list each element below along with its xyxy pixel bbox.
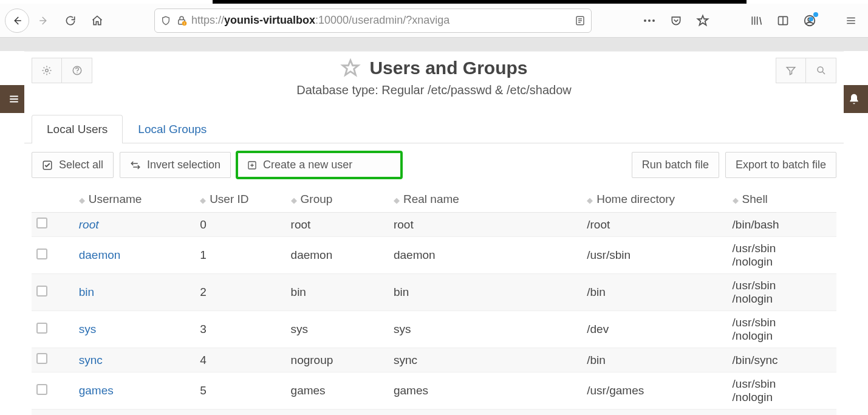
arrow-left-icon xyxy=(12,15,22,26)
col-uid[interactable]: ◆User ID xyxy=(195,187,285,213)
cell-group: daemon xyxy=(286,237,389,274)
cell-home: /var/cache/man xyxy=(582,410,727,416)
question-icon xyxy=(72,65,83,76)
table-row: bin2binbin/bin/usr/sbin/nologin xyxy=(32,274,836,311)
url-text: https://younis-virtualbox:10000/useradmi… xyxy=(191,14,570,27)
cell-home: /usr/games xyxy=(582,372,727,410)
cell-shell: /usr/sbin/nologin xyxy=(728,274,836,311)
export-batch-label: Export to batch file xyxy=(736,159,826,171)
cell-uid: 1 xyxy=(195,237,285,274)
row-checkbox[interactable] xyxy=(36,384,47,395)
row-checkbox[interactable] xyxy=(36,249,47,259)
page-title: Users and Groups xyxy=(369,58,527,78)
address-bar[interactable]: ! https://younis-virtualbox:10000/userad… xyxy=(154,9,592,33)
row-checkbox[interactable] xyxy=(36,323,47,334)
swap-icon xyxy=(130,160,141,171)
cell-realname: games xyxy=(389,372,582,410)
page-actions-button[interactable] xyxy=(637,9,661,33)
col-group[interactable]: ◆Group xyxy=(286,187,389,213)
table-row: sys3syssys/dev/usr/sbin/nologin xyxy=(32,311,836,348)
username-link[interactable]: root xyxy=(79,218,99,231)
username-link[interactable]: sys xyxy=(79,323,97,335)
cell-uid: 2 xyxy=(195,274,285,311)
table-row: games5gamesgames/usr/games/usr/sbin/nolo… xyxy=(32,372,836,410)
invert-selection-button[interactable]: Invert selection xyxy=(120,152,231,178)
cell-group: root xyxy=(286,213,389,237)
row-checkbox[interactable] xyxy=(36,353,47,364)
cell-group: games xyxy=(286,372,389,410)
svg-point-5 xyxy=(648,19,651,22)
home-button[interactable] xyxy=(85,9,109,33)
svg-point-4 xyxy=(644,19,646,22)
tab-local-users[interactable]: Local Users xyxy=(32,115,123,143)
invert-selection-label: Invert selection xyxy=(147,159,220,171)
search-button[interactable] xyxy=(806,58,836,83)
username-link[interactable]: daemon xyxy=(79,249,121,261)
col-username[interactable]: ◆Username xyxy=(74,187,195,213)
cell-uid: 5 xyxy=(195,372,285,410)
tab-local-groups[interactable]: Local Groups xyxy=(123,115,222,143)
reader-mode-icon[interactable] xyxy=(574,15,586,26)
col-realname[interactable]: ◆Real name xyxy=(389,187,582,213)
export-batch-button[interactable]: Export to batch file xyxy=(725,152,836,178)
star-icon xyxy=(696,14,709,27)
gear-icon xyxy=(41,65,52,76)
reload-button[interactable] xyxy=(58,9,83,33)
cell-realname: sys xyxy=(389,311,582,348)
library-button[interactable] xyxy=(744,9,768,33)
create-user-button[interactable]: Create a new user xyxy=(237,152,402,178)
back-button[interactable] xyxy=(5,9,29,33)
module-config-button[interactable] xyxy=(32,58,62,83)
funnel-icon xyxy=(785,65,796,76)
col-home[interactable]: ◆Home directory xyxy=(582,187,727,213)
action-bar: Select all Invert selection Create a new… xyxy=(24,143,844,187)
svg-point-6 xyxy=(652,19,655,22)
table-header-row: ◆Username ◆User ID ◆Group ◆Real name ◆Ho… xyxy=(32,187,836,213)
bookmark-button[interactable] xyxy=(691,9,715,33)
help-button[interactable] xyxy=(62,58,92,83)
forward-button[interactable] xyxy=(32,9,56,33)
cell-home: /bin xyxy=(582,274,727,311)
cell-home: /root xyxy=(582,213,727,237)
table-row: sync4nogroupsync/bin/bin/sync xyxy=(32,348,836,372)
cell-home: /bin xyxy=(582,348,727,372)
cell-home: /dev xyxy=(582,311,727,348)
meatballs-icon xyxy=(643,18,656,23)
arrow-right-icon xyxy=(38,15,49,26)
cell-realname: root xyxy=(389,213,582,237)
cell-realname: sync xyxy=(389,348,582,372)
cell-home: /usr/sbin xyxy=(582,237,727,274)
filter-button[interactable] xyxy=(776,58,806,83)
browser-toolbar: ! https://younis-virtualbox:10000/userad… xyxy=(0,4,868,38)
home-icon xyxy=(91,15,103,27)
hamburger-icon xyxy=(845,15,857,26)
cell-uid: 4 xyxy=(195,348,285,372)
account-button[interactable] xyxy=(798,9,822,33)
cell-group: bin xyxy=(286,274,389,311)
row-checkbox[interactable] xyxy=(36,218,47,228)
hamburger-menu-button[interactable] xyxy=(839,9,863,33)
users-table: ◆Username ◆User ID ◆Group ◆Real name ◆Ho… xyxy=(32,187,836,415)
svg-point-13 xyxy=(818,67,823,72)
select-all-label: Select all xyxy=(59,159,103,171)
run-batch-button[interactable]: Run batch file xyxy=(632,152,719,178)
username-link[interactable]: bin xyxy=(79,286,94,298)
content-gap xyxy=(0,38,868,51)
row-checkbox[interactable] xyxy=(36,286,47,297)
cell-shell: /usr/sbin/nologin xyxy=(728,372,836,410)
favorite-icon[interactable] xyxy=(340,58,361,78)
cell-shell: /bin/sync xyxy=(728,348,836,372)
username-link[interactable]: games xyxy=(79,384,114,397)
pocket-button[interactable] xyxy=(664,9,688,33)
svg-point-10 xyxy=(46,69,49,72)
cell-shell: /usr/sbin/nologin xyxy=(728,311,836,348)
select-all-button[interactable]: Select all xyxy=(32,152,114,178)
cell-realname: bin xyxy=(389,274,582,311)
cell-uid: 3 xyxy=(195,311,285,348)
sidebar-button[interactable] xyxy=(771,9,795,33)
col-shell[interactable]: ◆Shell xyxy=(728,187,836,213)
notifications-toggle[interactable] xyxy=(840,85,868,113)
library-icon xyxy=(750,15,763,27)
cell-uid: 0 xyxy=(195,213,285,237)
username-link[interactable]: sync xyxy=(79,354,103,366)
